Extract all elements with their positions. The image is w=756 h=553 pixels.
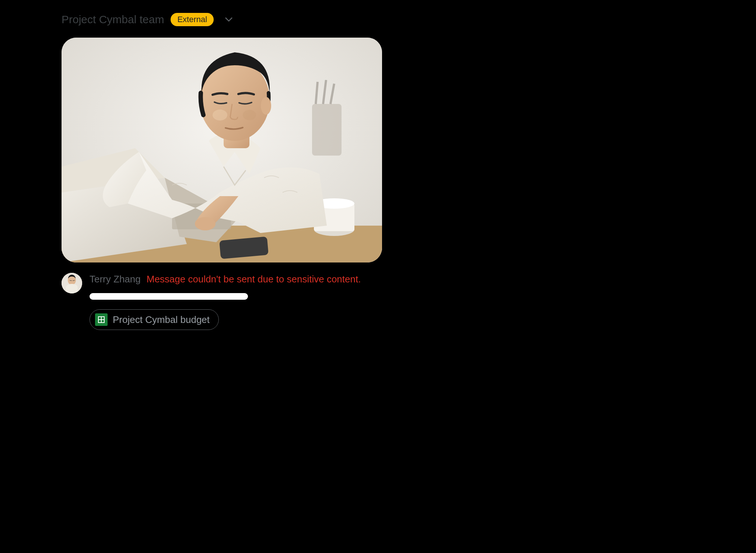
attachment-name: Project Cymbal budget bbox=[113, 314, 210, 326]
google-sheets-icon bbox=[95, 313, 108, 326]
team-name: Project Cymbal team bbox=[62, 13, 164, 26]
chevron-down-icon[interactable] bbox=[225, 17, 233, 22]
svg-point-12 bbox=[195, 217, 216, 230]
external-badge: External bbox=[171, 13, 214, 26]
dlp-error-text: Message couldn't be sent due to sensitiv… bbox=[147, 274, 361, 285]
message-header: Terry Zhang Message couldn't be sent due… bbox=[90, 274, 361, 285]
chat-header: Project Cymbal team External bbox=[62, 13, 233, 26]
svg-point-17 bbox=[243, 110, 256, 120]
svg-point-16 bbox=[213, 109, 227, 121]
message-content: Terry Zhang Message couldn't be sent due… bbox=[90, 273, 361, 330]
hero-image bbox=[62, 38, 382, 262]
redacted-message-bar bbox=[90, 293, 248, 300]
sender-name: Terry Zhang bbox=[90, 274, 141, 285]
svg-point-15 bbox=[261, 97, 271, 115]
attachment-chip[interactable]: Project Cymbal budget bbox=[90, 309, 219, 330]
svg-rect-1 bbox=[312, 104, 342, 156]
avatar[interactable] bbox=[62, 273, 82, 293]
message-row: Terry Zhang Message couldn't be sent due… bbox=[62, 273, 361, 330]
